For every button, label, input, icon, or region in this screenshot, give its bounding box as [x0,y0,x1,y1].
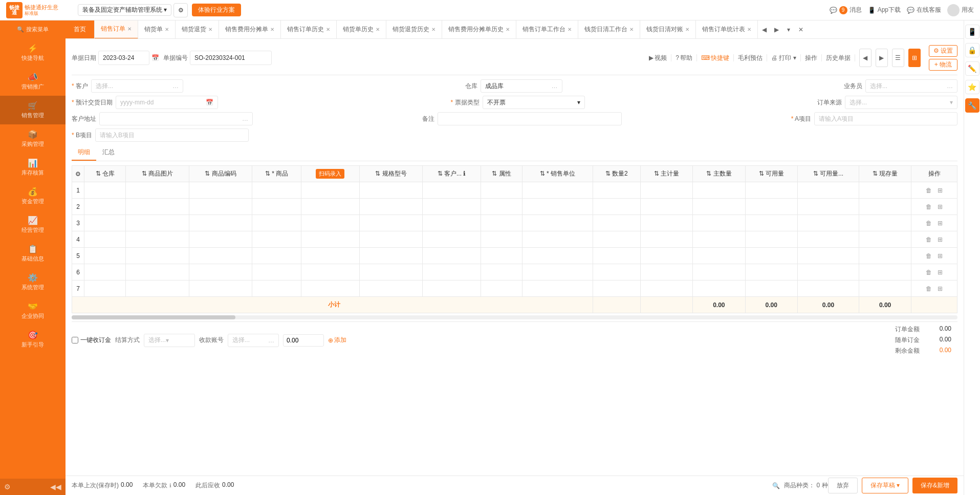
onestep-check[interactable] [72,337,78,343]
payment-amount-input[interactable] [283,334,324,347]
col-customer-code[interactable]: ⇅ 客户... ℹ [423,166,481,182]
col-main-qty[interactable]: ⇅ 主数量 [693,166,745,182]
message-btn[interactable]: 💬 9 消息 [830,6,862,14]
calendar-icon[interactable]: 📅 [151,54,159,61]
col-main-unit[interactable]: ⇅ 主计量 [640,166,692,182]
row-copy-icon[interactable]: ⊞ [935,251,945,261]
salesperson-input[interactable]: 选择... … [865,79,957,93]
row-delete-icon[interactable]: 🗑 [924,267,934,277]
sidebar-item-basic[interactable]: 📋 基础信息 [0,239,66,268]
profit-link[interactable]: 毛利预估 [738,54,763,62]
invoice-select[interactable]: 不开票 ▾ [483,96,585,109]
row-copy-icon[interactable]: ⊞ [935,218,945,228]
row-delete-icon[interactable]: 🗑 [924,218,934,228]
sidebar-item-marketing[interactable]: 📣 营销推广 [0,67,66,96]
add-logistics-button[interactable]: + 物流 [929,59,957,71]
list-view-icon[interactable]: ☰ [892,49,904,67]
col-current[interactable]: ⇅ 现存量 [859,166,911,182]
tab-next[interactable]: ▶ [770,20,782,39]
remark-input[interactable] [438,112,622,125]
sidebar-item-system[interactable]: ⚙️ 系统管理 [0,268,66,296]
sidebar-item-sales[interactable]: 🛒 销售管理 [0,96,66,124]
row-copy-icon[interactable]: ⊞ [935,202,945,212]
row-copy-icon[interactable]: ⊞ [935,234,945,245]
col-setting[interactable]: ⚙ [72,166,84,182]
a-project-input[interactable]: 请输入A项目 [814,112,957,125]
right-icon-4[interactable]: ⭐ [965,80,979,94]
system-title-select[interactable]: 装备及固定资产辅助管理系统 ▾ [78,4,171,16]
right-icon-2[interactable]: 🔒 [965,43,979,57]
account-select[interactable]: 选择... … [228,334,279,347]
sidebar-item-purchase[interactable]: 📦 采购管理 [0,124,66,153]
video-link[interactable]: ▶ 视频 [649,54,667,62]
order-num-input[interactable] [190,51,272,65]
warehouse-input[interactable]: 成品库 … [481,79,562,93]
app-download-btn[interactable]: 📱 App下载 [868,6,901,14]
col-unit[interactable]: ⇅ * 销售单位 [522,166,593,182]
sidebar-item-collab[interactable]: 🤝 企业协同 [0,296,66,325]
tab-prev[interactable]: ◀ [758,20,770,39]
col-scan[interactable]: 扫码录入 [301,166,359,182]
user-btn[interactable]: 用友 [947,4,974,16]
date-input[interactable] [98,51,149,65]
action-link[interactable]: 操作 [805,54,817,62]
scan-btn[interactable]: 扫码录入 [316,169,344,179]
sidebar-item-inventory[interactable]: 📊 库存核算 [0,153,66,182]
sidebar-collapse-icon[interactable]: ◀◀ [50,483,61,491]
nav-prev-icon[interactable]: ◀ [859,49,872,67]
delivery-input[interactable]: yyyy-mm-dd 📅 [116,96,218,109]
col-product[interactable]: ⇅ * 商品 [252,166,301,182]
online-service-btn[interactable]: 💬 在线客服 [907,6,941,14]
save-new-button[interactable]: 保存&新增 [912,478,957,493]
tab-cash-workbench[interactable]: 钱货日清工作台 ✕ [578,20,640,39]
tab-sales-order[interactable]: 销售订单 ✕ [95,20,138,39]
row-delete-icon[interactable]: 🗑 [924,284,934,294]
tab-close-all[interactable]: ✕ [795,20,807,39]
col-spec[interactable]: ⇅ 规格型号 [359,166,422,182]
tab-cost-history[interactable]: 销售费用分摊单历史 ✕ [442,20,516,39]
onestep-checkbox[interactable]: 一键收订金 [72,336,111,345]
tab-menu[interactable]: ▾ [782,20,795,39]
sidebar-settings-icon[interactable]: ⚙ [4,483,11,491]
col-image[interactable]: ⇅ 商品图片 [126,166,189,182]
discard-button[interactable]: 放弃 [828,478,858,493]
sidebar-item-guide[interactable]: 🎯 新手引导 [0,325,66,354]
tab-order-workbench[interactable]: 销售订单工作台 ✕ [516,20,578,39]
subtab-detail[interactable]: 明细 [72,145,96,161]
col-qty2[interactable]: ⇅ 数量2 [593,166,640,182]
tab-home[interactable]: 首页 [66,20,95,39]
search-icon-bottom[interactable]: 🔍 [772,482,780,489]
industry-btn[interactable]: 体验行业方案 [192,4,241,16]
right-icon-3[interactable]: ✏️ [965,61,979,76]
row-delete-icon[interactable]: 🗑 [924,185,934,196]
row-delete-icon[interactable]: 🗑 [924,251,934,261]
grid-view-icon[interactable]: ⊞ [908,49,921,67]
row-copy-icon[interactable]: ⊞ [935,267,945,277]
order-source-input[interactable]: 选择... ▾ [845,96,957,109]
add-payment-btn[interactable]: ⊕ 添加 [328,336,346,345]
col-code[interactable]: ⇅ 商品编码 [189,166,252,182]
row-delete-icon[interactable]: 🗑 [924,234,934,245]
sidebar-item-search[interactable]: 🔍 搜索菜单 [0,20,66,38]
col-attr[interactable]: ⇅ 属性 [481,166,522,182]
row-copy-icon[interactable]: ⊞ [935,185,945,196]
sidebar-item-management[interactable]: 📈 经营管理 [0,210,66,239]
col-available[interactable]: ⇅ 可用量 [745,166,797,182]
print-link[interactable]: 🖨 打印 ▾ [771,54,796,62]
tab-sales-return[interactable]: 销货退货 ✕ [176,20,219,39]
col-available2[interactable]: ⇅ 可用量... [797,166,859,182]
save-draft-button[interactable]: 保存草稿 ▾ [862,478,908,493]
tab-cash-reconcile[interactable]: 钱货日清对账 ✕ [640,20,696,39]
b-project-input[interactable]: 请输入B项目 [95,128,249,142]
tab-return-history[interactable]: 销货退货历史 ✕ [386,20,442,39]
customer-input[interactable]: 选择... … [91,79,183,93]
address-input[interactable]: … [99,112,253,125]
tab-order-stats[interactable]: 销售订单统计表 ✕ [696,20,758,39]
right-icon-5[interactable]: 🔧 [965,98,979,113]
sidebar-item-nav[interactable]: ⚡ 快捷导航 [0,38,66,67]
tab-goods-history[interactable]: 销货单历史 ✕ [337,20,386,39]
tab-sales-goods[interactable]: 销货单 ✕ [138,20,176,39]
sidebar-item-finance[interactable]: 💰 资金管理 [0,182,66,210]
row-delete-icon[interactable]: 🗑 [924,202,934,212]
payment-method-select[interactable]: 选择... ▾ [144,334,195,347]
